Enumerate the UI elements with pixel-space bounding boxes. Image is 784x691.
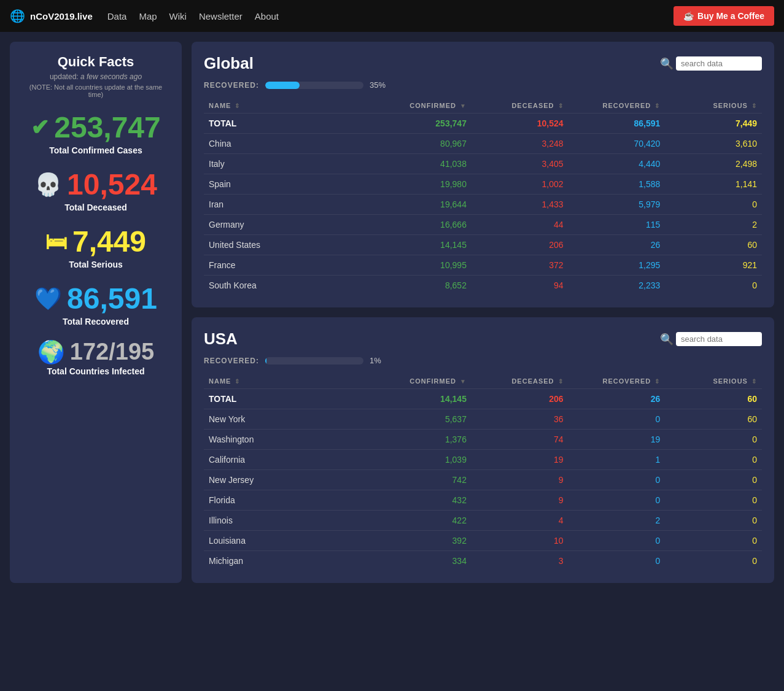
cell-name: TOTAL — [204, 114, 375, 134]
coffee-label: Buy Me a Coffee — [697, 11, 764, 21]
cell-confirmed: 16,666 — [375, 215, 472, 235]
cell-confirmed: 19,980 — [375, 174, 472, 195]
nav-newsletter[interactable]: Newsletter — [199, 11, 243, 21]
cell-confirmed: 41,038 — [375, 154, 472, 174]
cell-name: California — [204, 450, 375, 470]
cell-confirmed: 14,145 — [375, 235, 472, 255]
usa-col-confirmed: CONFIRMED ▼ — [375, 374, 472, 389]
cell-confirmed: 5,637 — [375, 409, 472, 430]
cell-deceased: 1,002 — [472, 174, 569, 195]
navbar: 🌐 nCoV2019.live Data Map Wiki Newsletter… — [0, 0, 784, 32]
table-row: New Jersey 742 9 0 0 — [204, 470, 762, 490]
cell-recovered: 1,295 — [569, 255, 666, 276]
global-search-box: 🔍 — [660, 56, 762, 71]
serious-stat: 🛏 7,449 Total Serious — [22, 225, 169, 269]
nav-brand: 🌐 nCoV2019.live — [10, 9, 93, 23]
cell-confirmed: 1,376 — [375, 430, 472, 450]
confirmed-stat: ✔ 253,747 Total Confirmed Cases — [22, 110, 169, 155]
table-row: TOTAL 253,747 10,524 86,591 7,449 — [204, 114, 762, 134]
deceased-label: Total Deceased — [22, 203, 169, 212]
table-row: South Korea 8,652 94 2,233 0 — [204, 276, 762, 296]
brand-name: nCoV2019.live — [30, 11, 93, 21]
nav-about[interactable]: About — [255, 11, 279, 21]
global-search-icon[interactable]: 🔍 — [660, 57, 673, 71]
buy-coffee-button[interactable]: ☕ Buy Me a Coffee — [673, 6, 774, 26]
nav-data[interactable]: Data — [107, 11, 127, 21]
main-layout: Quick Facts updated: a few seconds ago (… — [0, 32, 784, 593]
serious-label: Total Serious — [22, 260, 169, 269]
usa-table-body: TOTAL 14,145 206 26 60 New York 5,637 36… — [204, 389, 762, 571]
cell-recovered: 5,979 — [569, 195, 666, 215]
cell-name: Louisiana — [204, 531, 375, 551]
usa-recovered-pct: 1% — [370, 356, 381, 365]
coffee-icon: ☕ — [683, 11, 694, 21]
cell-name: Florida — [204, 490, 375, 511]
cell-name: Washington — [204, 430, 375, 450]
usa-search-input[interactable] — [676, 332, 762, 346]
global-col-serious: SERIOUS ⇕ — [665, 98, 762, 114]
global-table-body: TOTAL 253,747 10,524 86,591 7,449 China … — [204, 114, 762, 296]
cell-confirmed: 253,747 — [375, 114, 472, 134]
cell-serious: 0 — [665, 195, 762, 215]
cell-deceased: 206 — [472, 235, 569, 255]
nav-wiki[interactable]: Wiki — [169, 11, 187, 21]
cell-deceased: 94 — [472, 276, 569, 296]
cell-recovered: 115 — [569, 215, 666, 235]
usa-search-icon[interactable]: 🔍 — [660, 333, 673, 346]
cell-serious: 2 — [665, 215, 762, 235]
table-row: Italy 41,038 3,405 4,440 2,498 — [204, 154, 762, 174]
nav-map[interactable]: Map — [139, 11, 157, 21]
cell-name: Michigan — [204, 551, 375, 571]
cell-recovered: 26 — [569, 235, 666, 255]
cell-serious: 0 — [665, 551, 762, 571]
global-panel-header: Global 🔍 — [204, 54, 762, 73]
cell-serious: 0 — [665, 276, 762, 296]
cell-recovered: 19 — [569, 430, 666, 450]
cell-confirmed: 334 — [375, 551, 472, 571]
global-bar-track — [265, 82, 363, 89]
cell-serious: 2,498 — [665, 154, 762, 174]
cell-deceased: 74 — [472, 430, 569, 450]
quick-facts-panel: Quick Facts updated: a few seconds ago (… — [10, 42, 182, 583]
global-col-deceased: DECEASED ⇕ — [472, 98, 569, 114]
table-row: Germany 16,666 44 115 2 — [204, 215, 762, 235]
cell-serious: 60 — [665, 235, 762, 255]
cell-confirmed: 10,995 — [375, 255, 472, 276]
usa-col-serious: SERIOUS ⇕ — [665, 374, 762, 389]
global-col-confirmed: CONFIRMED ▼ — [375, 98, 472, 114]
cell-serious: 60 — [665, 389, 762, 409]
usa-col-deceased: DECEASED ⇕ — [472, 374, 569, 389]
table-row: Iran 19,644 1,433 5,979 0 — [204, 195, 762, 215]
table-row: California 1,039 19 1 0 — [204, 450, 762, 470]
cell-serious: 60 — [665, 409, 762, 430]
cell-confirmed: 432 — [375, 490, 472, 511]
usa-panel-header: USA 🔍 — [204, 330, 762, 349]
confirmed-value: 253,747 — [54, 110, 161, 144]
cell-deceased: 36 — [472, 409, 569, 430]
cell-recovered: 0 — [569, 531, 666, 551]
cell-deceased: 9 — [472, 470, 569, 490]
cell-deceased: 44 — [472, 215, 569, 235]
skull-icon: 💀 — [34, 172, 62, 198]
cell-confirmed: 742 — [375, 470, 472, 490]
cell-serious: 0 — [665, 511, 762, 531]
cell-serious: 3,610 — [665, 134, 762, 154]
cell-serious: 1,141 — [665, 174, 762, 195]
cell-deceased: 9 — [472, 490, 569, 511]
cell-deceased: 10,524 — [472, 114, 569, 134]
cell-serious: 0 — [665, 450, 762, 470]
cell-recovered: 86,591 — [569, 114, 666, 134]
cell-deceased: 206 — [472, 389, 569, 409]
globe-icon: 🌐 — [10, 9, 25, 23]
cell-deceased: 1,433 — [472, 195, 569, 215]
cell-serious: 0 — [665, 430, 762, 450]
cell-confirmed: 392 — [375, 531, 472, 551]
countries-label: Total Countries Infected — [22, 366, 169, 376]
updated-label: updated: a few seconds ago — [22, 72, 169, 81]
usa-search-box: 🔍 — [660, 332, 762, 346]
global-col-recovered: RECOVERED ⇕ — [569, 98, 666, 114]
cell-deceased: 3,405 — [472, 154, 569, 174]
global-search-input[interactable] — [676, 56, 762, 71]
cell-recovered: 1,588 — [569, 174, 666, 195]
cell-name: France — [204, 255, 375, 276]
